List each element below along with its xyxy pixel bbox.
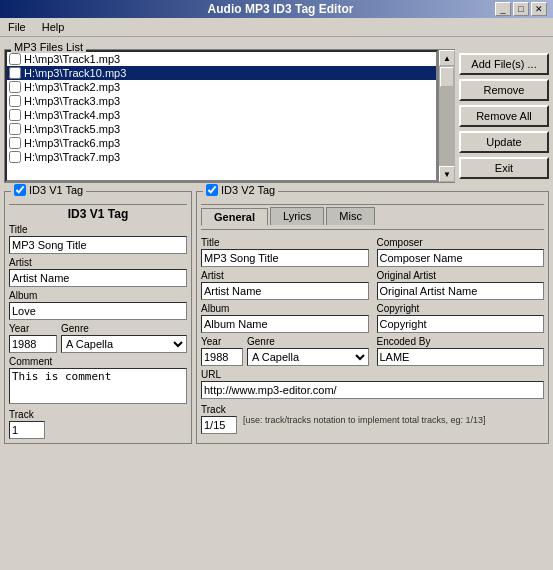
file-path: H:\mp3\Track2.mp3 [24,81,120,93]
id3v1-artist-label: Artist [9,257,187,268]
id3v1-year-input[interactable] [9,335,57,353]
id3v2-panel: ID3 V2 Tag General Lyrics Misc Title Com… [196,191,549,444]
v2-genre-select[interactable]: A CapellaBluesClassic RockCountryDiscoFu… [247,348,369,366]
file-checkbox[interactable] [9,109,21,121]
window-title: Audio MP3 ID3 Tag Editor [66,2,495,16]
id3v1-title-label: Title [9,224,187,235]
v2-artist-input[interactable] [201,282,369,300]
mp3-files-group-label: MP3 Files List [11,41,86,53]
menu-file[interactable]: File [4,20,30,34]
scroll-up-button[interactable]: ▲ [439,50,455,66]
file-list-item[interactable]: H:\mp3\Track10.mp3 [7,66,436,80]
file-checkbox[interactable] [9,53,21,65]
v2-title-label: Title [201,237,369,248]
v2-year-label: Year [201,336,243,347]
scroll-thumb[interactable] [440,67,454,87]
exit-button[interactable]: Exit [459,157,549,179]
id3v1-comment-label: Comment [9,356,187,367]
file-list-item[interactable]: H:\mp3\Track5.mp3 [7,122,436,136]
file-path: H:\mp3\Track7.mp3 [24,151,120,163]
file-list-item[interactable]: H:\mp3\Track1.mp3 [7,52,436,66]
file-path: H:\mp3\Track3.mp3 [24,95,120,107]
v2-original-artist-label: Original Artist [377,270,545,281]
id3v2-group-label: ID3 V2 Tag [221,184,275,196]
v2-track-label: Track [201,404,237,415]
v2-track-hint: [use: track/tracks notation to implement… [243,415,486,425]
id3v1-album-label: Album [9,290,187,301]
v2-original-artist-input[interactable] [377,282,545,300]
id3v1-track-input[interactable] [9,421,45,439]
v2-encoded-by-label: Encoded By [377,336,545,347]
id3v1-year-label: Year [9,323,57,334]
file-checkbox[interactable] [9,123,21,135]
remove-all-button[interactable]: Remove All [459,105,549,127]
id3v1-genre-select[interactable]: A CapellaBluesClassic RockCountryDiscoFu… [61,335,187,353]
file-list-item[interactable]: H:\mp3\Track4.mp3 [7,108,436,122]
v2-artist-label: Artist [201,270,369,281]
file-path: H:\mp3\Track4.mp3 [24,109,120,121]
file-path: H:\mp3\Track6.mp3 [24,137,120,149]
file-checkbox[interactable] [9,81,21,93]
tab-general[interactable]: General [201,208,268,226]
id3v1-title-input[interactable] [9,236,187,254]
id3v1-track-label: Track [9,409,187,420]
v2-track-input[interactable] [201,416,237,434]
id3v2-general-tab-content: Title Composer Artist Original A [201,229,544,434]
id3v2-enable-checkbox[interactable] [206,184,218,196]
file-list-item[interactable]: H:\mp3\Track6.mp3 [7,136,436,150]
remove-button[interactable]: Remove [459,79,549,101]
file-list-item[interactable]: H:\mp3\Track7.mp3 [7,150,436,164]
bottom-section: ID3 V1 Tag ID3 V1 Tag Title Artist Album… [0,187,553,448]
tab-misc[interactable]: Misc [326,207,375,225]
file-checkbox[interactable] [9,137,21,149]
v2-album-label: Album [201,303,369,314]
v2-copyright-input[interactable] [377,315,545,333]
v2-year-input[interactable] [201,348,243,366]
update-button[interactable]: Update [459,131,549,153]
id3v2-tabs: General Lyrics Misc [201,207,544,225]
top-section: MP3 Files List H:\mp3\Track1.mp3H:\mp3\T… [0,37,553,187]
title-bar: Audio MP3 ID3 Tag Editor _ □ ✕ [0,0,553,18]
id3v1-album-input[interactable] [9,302,187,320]
file-checkbox[interactable] [9,95,21,107]
v2-url-input[interactable] [201,381,544,399]
file-list-item[interactable]: H:\mp3\Track2.mp3 [7,80,436,94]
menu-help[interactable]: Help [38,20,69,34]
v2-copyright-label: Copyright [377,303,545,314]
id3v1-group-label: ID3 V1 Tag [29,184,83,196]
id3v1-artist-input[interactable] [9,269,187,287]
id3v1-comment-textarea[interactable] [9,368,187,404]
file-checkbox[interactable] [9,151,21,163]
v2-album-input[interactable] [201,315,369,333]
v2-url-label: URL [201,369,544,380]
id3v1-genre-label: Genre [61,323,187,334]
file-list-item[interactable]: H:\mp3\Track3.mp3 [7,94,436,108]
id3v1-header: ID3 V1 Tag [9,207,187,221]
maximize-button[interactable]: □ [513,2,529,16]
menu-bar: File Help [0,18,553,37]
tab-lyrics[interactable]: Lyrics [270,207,324,225]
id3v1-enable-checkbox[interactable] [14,184,26,196]
file-path: H:\mp3\Track5.mp3 [24,123,120,135]
file-list[interactable]: H:\mp3\Track1.mp3H:\mp3\Track10.mp3H:\mp… [5,50,438,182]
close-button[interactable]: ✕ [531,2,547,16]
file-path: H:\mp3\Track1.mp3 [24,53,120,65]
add-files-button[interactable]: Add File(s) ... [459,53,549,75]
v2-genre-label: Genre [247,336,369,347]
file-path: H:\mp3\Track10.mp3 [24,67,126,79]
file-list-panel: MP3 Files List H:\mp3\Track1.mp3H:\mp3\T… [4,41,455,183]
action-buttons-panel: Add File(s) ... Remove Remove All Update… [459,41,549,183]
minimize-button[interactable]: _ [495,2,511,16]
scroll-down-button[interactable]: ▼ [439,166,455,182]
v2-composer-input[interactable] [377,249,545,267]
file-checkbox[interactable] [9,67,21,79]
v2-title-input[interactable] [201,249,369,267]
v2-encoded-by-input[interactable] [377,348,545,366]
v2-composer-label: Composer [377,237,545,248]
id3v1-panel: ID3 V1 Tag ID3 V1 Tag Title Artist Album… [4,191,192,444]
scroll-track [439,66,455,166]
